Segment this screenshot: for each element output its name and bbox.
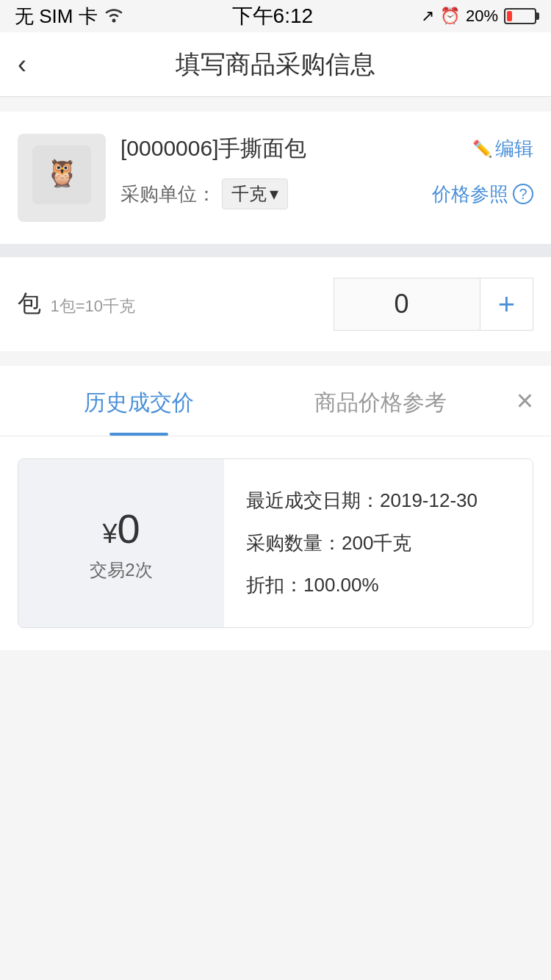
status-right: ↗ ⏰ 20%: [421, 7, 536, 26]
wifi-icon: [104, 5, 124, 28]
edit-button[interactable]: ✏️ 编辑: [472, 136, 533, 162]
quantity-input[interactable]: [334, 278, 480, 331]
svg-point-0: [112, 18, 115, 22]
product-header: [0000006]手撕面包 ✏️ 编辑: [120, 134, 533, 164]
carrier-text: 无 SIM 卡: [15, 4, 98, 29]
tab-product-price-reference[interactable]: 商品价格参考: [259, 366, 501, 436]
quantity-row: 包 1包=10千克 +: [0, 257, 551, 351]
product-name: [0000006]手撕面包: [120, 134, 306, 164]
currency-symbol: ¥: [102, 519, 117, 549]
battery-icon: [504, 8, 536, 24]
product-image: 🦉: [18, 134, 106, 222]
status-bar: 无 SIM 卡 下午6:12 ↗ ⏰ 20%: [0, 0, 551, 32]
location-icon: ↗: [421, 7, 434, 26]
quantity-input-group: +: [334, 278, 533, 331]
section-divider: [0, 244, 551, 257]
tab-header: 历史成交价 商品价格参考 ×: [0, 366, 551, 436]
price-right-panel: 最近成交日期：2019-12-30 采购数量：200千克 折扣：100.00%: [224, 459, 533, 627]
unit-select-button[interactable]: 千克 ▾: [222, 179, 288, 209]
recent-date-row: 最近成交日期：2019-12-30: [246, 486, 511, 516]
chevron-down-icon: ▾: [270, 184, 278, 204]
back-button[interactable]: ‹: [18, 49, 26, 80]
battery-percent: 20%: [466, 7, 498, 26]
tab-history-price[interactable]: 历史成交价: [18, 366, 259, 436]
price-reference-button[interactable]: 价格参照 ?: [432, 181, 533, 207]
svg-text:🦉: 🦉: [46, 157, 79, 189]
quantity-row-detail: 采购数量：200千克: [246, 528, 511, 559]
price-amount: ¥0: [102, 505, 140, 552]
product-info: [0000006]手撕面包 ✏️ 编辑 采购单位： 千克 ▾ 价格参照 ?: [120, 134, 533, 209]
quantity-label: 包 1包=10千克: [18, 288, 135, 320]
status-left: 无 SIM 卡: [15, 4, 124, 29]
edit-icon: ✏️: [472, 140, 492, 159]
discount-row: 折扣：100.00%: [246, 570, 511, 601]
tab-section: 历史成交价 商品价格参考 × ¥0 交易2次 最近成交日期：2019-12-30…: [0, 366, 551, 650]
product-thumbnail: 🦉: [32, 145, 91, 211]
status-time: 下午6:12: [232, 2, 314, 30]
price-card: ¥0 交易2次 最近成交日期：2019-12-30 采购数量：200千克 折扣：…: [18, 458, 533, 628]
trades-count: 交易2次: [90, 558, 152, 582]
help-icon: ?: [513, 184, 533, 204]
price-card-section: ¥0 交易2次 最近成交日期：2019-12-30 采购数量：200千克 折扣：…: [0, 436, 551, 650]
alarm-icon: ⏰: [440, 7, 460, 26]
product-section: 🦉 [0000006]手撕面包 ✏️ 编辑 采购单位： 千克 ▾ 价格参照: [0, 112, 551, 244]
nav-bar: ‹ 填写商品采购信息: [0, 32, 551, 97]
tab-close-button[interactable]: ×: [502, 370, 533, 432]
product-unit-row: 采购单位： 千克 ▾ 价格参照 ?: [120, 179, 533, 209]
page-title: 填写商品采购信息: [176, 48, 375, 82]
price-left-panel: ¥0 交易2次: [18, 459, 224, 627]
unit-label: 采购单位： 千克 ▾: [120, 179, 288, 209]
bottom-space: [0, 650, 551, 980]
quantity-plus-button[interactable]: +: [480, 278, 533, 331]
